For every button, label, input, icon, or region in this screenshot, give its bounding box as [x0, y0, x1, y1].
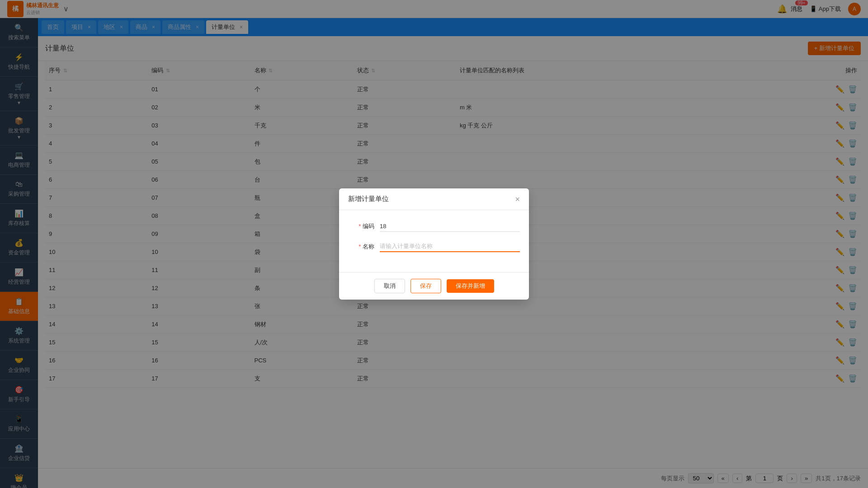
required-star-name: *: [359, 243, 361, 250]
modal-header: 新增计量单位 ×: [339, 188, 529, 210]
code-label: * 编码: [348, 222, 380, 230]
required-star-code: *: [359, 223, 361, 230]
modal-close-button[interactable]: ×: [515, 195, 520, 203]
code-input[interactable]: [380, 221, 520, 232]
add-unit-modal: 新增计量单位 × * 编码 * 名称 取消 保存 保存并新增: [339, 188, 529, 300]
save-button[interactable]: 保存: [410, 279, 441, 293]
form-item-code: * 编码: [348, 221, 520, 232]
save-new-button[interactable]: 保存并新增: [447, 279, 494, 293]
name-label: * 名称: [348, 243, 380, 251]
cancel-button[interactable]: 取消: [374, 279, 405, 293]
modal-footer: 取消 保存 保存并新增: [339, 272, 529, 300]
modal-body: * 编码 * 名称: [339, 210, 529, 272]
modal-title: 新增计量单位: [348, 195, 389, 203]
name-input[interactable]: [380, 241, 520, 252]
form-item-name: * 名称: [348, 241, 520, 252]
modal-overlay[interactable]: 新增计量单位 × * 编码 * 名称 取消 保存 保存并新增: [0, 0, 868, 488]
